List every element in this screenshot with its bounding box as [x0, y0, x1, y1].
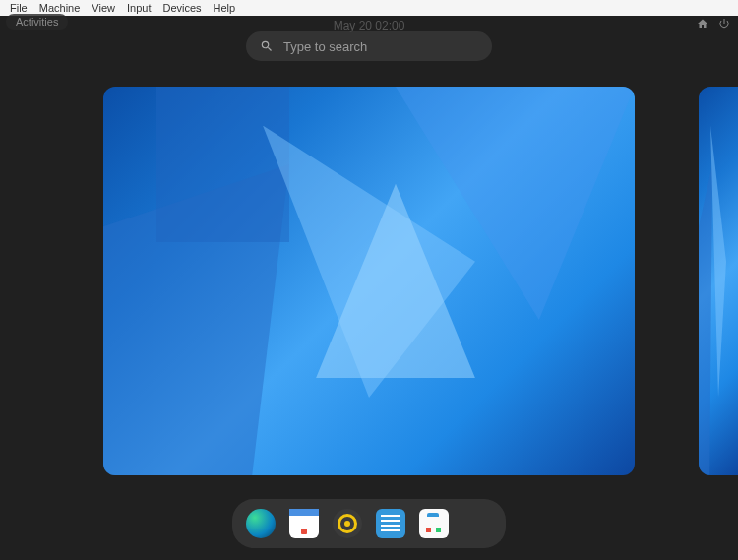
- browser-icon[interactable]: [246, 509, 276, 538]
- menu-help[interactable]: Help: [208, 2, 242, 14]
- menu-input[interactable]: Input: [121, 2, 156, 14]
- software-icon[interactable]: [419, 509, 449, 538]
- search-container: Type to search: [246, 31, 492, 61]
- clock[interactable]: May 20 02:00: [334, 19, 405, 32]
- workspace-2[interactable]: [699, 87, 738, 475]
- dash: [232, 499, 506, 548]
- search-placeholder: Type to search: [283, 39, 367, 54]
- network-icon: [697, 18, 708, 30]
- todo-icon[interactable]: [376, 509, 405, 538]
- menu-file[interactable]: File: [4, 2, 33, 14]
- menu-view[interactable]: View: [86, 2, 121, 14]
- wallpaper: [699, 87, 738, 475]
- show-apps-icon[interactable]: [462, 509, 492, 538]
- activities-button[interactable]: Activities: [6, 14, 68, 30]
- power-icon: [718, 18, 730, 30]
- menu-machine[interactable]: Machine: [33, 2, 87, 14]
- workspace-switcher: [0, 81, 738, 481]
- music-icon[interactable]: [333, 509, 362, 538]
- vm-menubar: File Machine View Input Devices Help: [0, 0, 738, 16]
- calendar-icon[interactable]: [289, 509, 319, 538]
- system-tray[interactable]: [697, 18, 730, 30]
- workspace-1[interactable]: [103, 87, 635, 475]
- wallpaper: [103, 87, 635, 475]
- search-icon: [260, 39, 274, 53]
- menu-devices[interactable]: Devices: [156, 2, 207, 14]
- search-input[interactable]: Type to search: [246, 31, 492, 61]
